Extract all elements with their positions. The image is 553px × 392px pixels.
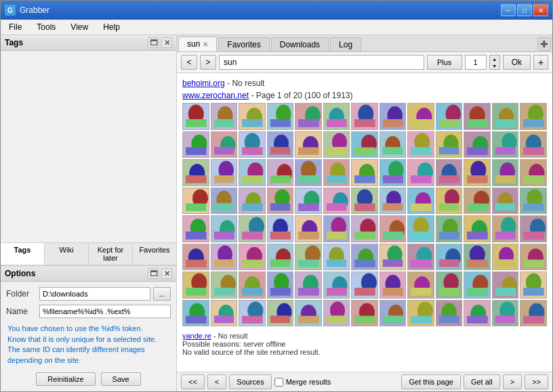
save-button[interactable]: Save — [101, 372, 141, 386]
thumbnail[interactable] — [211, 159, 238, 186]
thumbnail[interactable] — [182, 215, 209, 242]
tab-add-button[interactable]: ✚ — [537, 37, 551, 51]
thumbnail[interactable] — [492, 159, 519, 186]
thumbnail[interactable] — [211, 271, 238, 299]
next-page-button[interactable]: > — [503, 374, 522, 389]
thumbnail[interactable] — [520, 131, 547, 158]
thumbnail[interactable] — [267, 103, 294, 130]
sources-button[interactable]: Sources — [229, 374, 271, 389]
tab-favorites[interactable]: Favorites — [133, 243, 176, 265]
thumbnail[interactable] — [239, 271, 266, 299]
thumbnail[interactable] — [464, 300, 491, 327]
thumbnail[interactable] — [239, 159, 266, 186]
thumbnail[interactable] — [351, 159, 378, 186]
thumbnail[interactable] — [380, 103, 407, 130]
tab-log[interactable]: Log — [330, 37, 361, 51]
thumbnail[interactable] — [464, 244, 491, 271]
thumbnail[interactable] — [436, 215, 463, 242]
thumbnail[interactable] — [380, 244, 407, 271]
thumbnail[interactable] — [182, 300, 209, 327]
thumbnail[interactable] — [295, 300, 322, 327]
thumbnail[interactable] — [267, 244, 294, 271]
browse-button[interactable]: ... — [153, 287, 171, 301]
prev-page-button[interactable]: < — [207, 374, 226, 389]
thumbnail[interactable] — [380, 188, 407, 215]
tab-kept-for-later[interactable]: Kept for later — [89, 243, 133, 265]
thumbnail[interactable] — [267, 215, 294, 242]
thumbnail[interactable] — [239, 215, 266, 242]
ok-button[interactable]: Ok — [503, 55, 531, 70]
thumbnail[interactable] — [239, 188, 266, 215]
thumbnail[interactable] — [267, 271, 294, 299]
thumbnail[interactable] — [211, 215, 238, 242]
thumbnail[interactable] — [407, 244, 434, 271]
thumbnail[interactable] — [323, 131, 350, 158]
thumbnail[interactable] — [464, 131, 491, 158]
get-all-button[interactable]: Get all — [464, 374, 500, 389]
tags-close-button[interactable]: ✕ — [161, 37, 172, 48]
thumbnail[interactable] — [380, 300, 407, 327]
thumbnail[interactable] — [520, 300, 547, 327]
thumbnail[interactable] — [520, 271, 547, 299]
thumbnail[interactable] — [267, 131, 294, 158]
thumbnail[interactable] — [464, 271, 491, 299]
thumbnail[interactable] — [267, 300, 294, 327]
thumbnail[interactable] — [323, 244, 350, 271]
plus-button[interactable]: Plus — [427, 55, 462, 70]
thumbnail[interactable] — [295, 103, 322, 130]
thumbnail[interactable] — [239, 244, 266, 271]
thumbnail[interactable] — [436, 188, 463, 215]
get-page-button[interactable]: Get this page — [401, 374, 460, 389]
tab-downloads[interactable]: Downloads — [271, 37, 329, 51]
thumbnail[interactable] — [520, 215, 547, 242]
thumbnail[interactable] — [182, 131, 209, 158]
thumbnail[interactable] — [351, 271, 378, 299]
reinitialize-button[interactable]: Reinitialize — [36, 372, 95, 386]
thumbnail[interactable] — [492, 244, 519, 271]
back-button[interactable]: < — [181, 55, 197, 70]
thumbnail[interactable] — [520, 244, 547, 271]
forward-button[interactable]: > — [200, 55, 216, 70]
options-pin-button[interactable]: 🗔 — [148, 268, 159, 279]
thumbnail[interactable] — [436, 103, 463, 130]
spinner-up[interactable]: ▲ — [490, 56, 499, 62]
thumbnail[interactable] — [182, 159, 209, 186]
thumbnail[interactable] — [407, 300, 434, 327]
thumbnail[interactable] — [295, 188, 322, 215]
thumbnail[interactable] — [295, 244, 322, 271]
thumbnail[interactable] — [492, 188, 519, 215]
thumbnail[interactable] — [267, 159, 294, 186]
thumbnail[interactable] — [380, 159, 407, 186]
thumbnail[interactable] — [520, 188, 547, 215]
thumbnail[interactable] — [239, 103, 266, 130]
thumbnail[interactable] — [407, 131, 434, 158]
thumbnail[interactable] — [407, 215, 434, 242]
thumbnail[interactable] — [239, 300, 266, 327]
thumbnail[interactable] — [295, 215, 322, 242]
thumbnail[interactable] — [436, 131, 463, 158]
tab-sun-close[interactable]: ✕ — [203, 41, 208, 48]
thumbnail[interactable] — [351, 244, 378, 271]
menu-file[interactable]: File — [3, 21, 27, 33]
last-page-button[interactable]: >> — [525, 374, 548, 389]
thumbnail[interactable] — [492, 103, 519, 130]
thumbnail[interactable] — [380, 131, 407, 158]
maximize-button[interactable]: □ — [517, 4, 532, 16]
thumbnail[interactable] — [323, 271, 350, 299]
thumbnail[interactable] — [323, 103, 350, 130]
thumbnail[interactable] — [323, 188, 350, 215]
thumbnail[interactable] — [407, 159, 434, 186]
tags-pin-button[interactable]: 🗔 — [148, 37, 159, 48]
yande-link[interactable]: yande.re — [182, 332, 211, 340]
thumbnail[interactable] — [295, 159, 322, 186]
tab-tags[interactable]: Tags — [1, 243, 45, 265]
thumbnail[interactable] — [267, 188, 294, 215]
thumbnail[interactable] — [182, 271, 209, 299]
menu-tools[interactable]: Tools — [31, 21, 61, 33]
thumbnail[interactable] — [492, 271, 519, 299]
thumbnail[interactable] — [182, 244, 209, 271]
thumbnail[interactable] — [351, 131, 378, 158]
thumbnail[interactable] — [211, 300, 238, 327]
thumbnail[interactable] — [407, 103, 434, 130]
thumbnail[interactable] — [211, 131, 238, 158]
